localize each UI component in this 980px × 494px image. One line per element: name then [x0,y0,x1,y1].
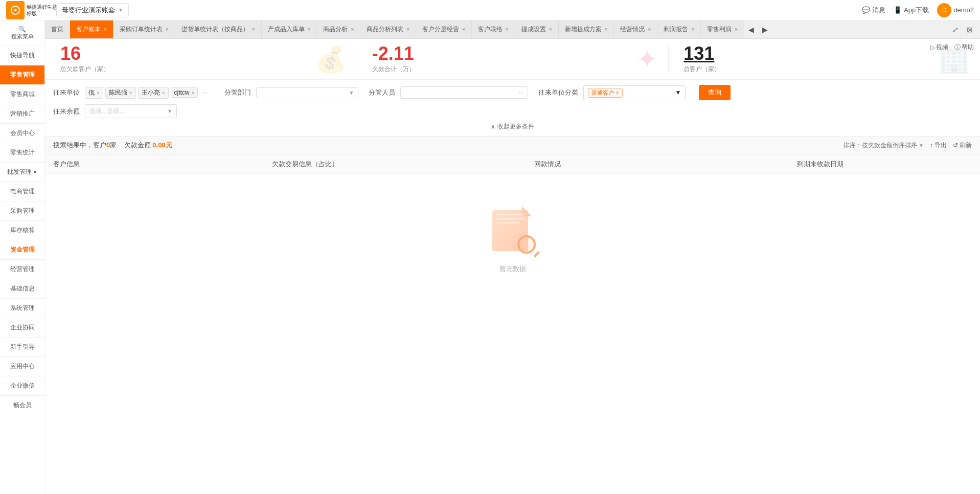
close-icon[interactable]: × [351,27,354,32]
stat-icon-debt: ✦ [636,44,658,74]
staff-input[interactable]: ··· [400,86,528,99]
tab-commission-settings[interactable]: 提成设置 × [515,20,559,39]
sidebar-item-retail-mall[interactable]: 零售商城 [0,85,44,104]
tab-add-commission[interactable]: 新增提成方案 × [559,20,614,39]
sidebar-item-marketing[interactable]: 营销推广 [0,104,44,124]
sidebar-item-purchase[interactable]: 采购管理 [0,201,44,221]
sidebar-item-basic-info[interactable]: 基础信息 [0,279,44,299]
tab-product-analysis[interactable]: 商品分析 × [317,20,360,39]
remain-label: 往来余额 [53,107,80,116]
tab-expand-btn[interactable]: ⤢ [949,24,962,36]
remove-tag-1[interactable]: × [129,90,132,96]
user-menu[interactable]: D demo2 [937,3,974,17]
tab-purchase-stats[interactable]: 采购订单统计表 × [113,20,175,39]
sidebar-item-wechat[interactable]: 企业微信 [0,376,44,396]
department-label: 分管部门 [224,88,251,97]
sidebar-quick-nav[interactable]: 快捷导航 [0,46,44,65]
tab-customer-contact[interactable]: 客户联络 × [472,20,515,39]
sidebar-item-retail-stats[interactable]: 零售统计 [0,143,44,163]
sidebar-item-ecommerce[interactable]: 电商管理 [0,182,44,201]
stat-label-debt-customers: 总欠款客户（家） [60,65,109,74]
search-btn[interactable]: 查询 [699,85,731,100]
sidebar-item-system[interactable]: 系统管理 [0,299,44,318]
close-icon[interactable]: × [104,27,107,32]
sidebar-item-operations[interactable]: 经营管理 [0,260,44,279]
sidebar-item-wholesale[interactable]: 批发管理 ▼ [0,163,44,182]
remain-select[interactable]: 选择... 选择... ▼ [85,104,177,118]
close-icon[interactable]: × [605,27,608,32]
close-icon[interactable]: × [308,27,311,32]
remove-tag-2[interactable]: × [162,90,165,96]
stats-row: ▷ 视频 ⓘ 帮助 💰 16 总欠款客户（家） ✦ [45,39,980,80]
refresh-btn[interactable]: ↺ 刷新 [953,141,972,150]
tab-next-btn[interactable]: ▶ [758,20,772,39]
app-download-btn[interactable]: 📱 App下载 [894,6,929,15]
chevron-up-icon: ∧ [491,123,495,130]
sidebar: 🔍 搜索菜单 快捷导航 零售管理 零售商城 营销推广 会员中心 零售统计 批发管… [0,20,45,494]
department-select[interactable]: ▼ [256,87,358,98]
filter-more-tags-btn[interactable]: ··· [200,88,209,97]
close-icon[interactable]: × [691,27,694,32]
tab-product-analysis-list[interactable]: 商品分析列表 × [360,20,416,39]
sort-label: 排序：按欠款金额倒序排序 ▼ [844,141,924,150]
close-icon[interactable]: × [549,27,552,32]
tab-customer-tier[interactable]: 客户分层经营 × [416,20,472,39]
phone-icon: 📱 [894,6,902,14]
tab-more-btn[interactable]: ◀ [744,20,758,39]
table-header: 客户信息 欠款交易信息（占比） 回款情况 到期未收款日期 [45,154,980,174]
close-icon[interactable]: × [462,27,465,32]
stat-block-debt-amount: ✦ -2.11 欠款合计（万） [357,39,669,79]
magnifier-icon [517,235,536,254]
unit-label: 往来单位 [53,88,80,97]
tab-operations[interactable]: 经营情况 × [614,20,657,39]
close-icon[interactable]: × [735,27,738,32]
close-icon[interactable]: × [506,27,509,32]
message-btn[interactable]: 💬 消息 [862,6,885,15]
sidebar-item-retail-management[interactable]: 零售管理 [0,65,44,85]
sidebar-item-app-center[interactable]: 应用中心 [0,357,44,376]
sort-arrow-icon: ▼ [919,143,924,148]
empty-text: 暂无数据 [499,264,526,274]
col-header-repay: 回款情况 [534,160,796,169]
filter-collapse-row: ∧ 收起更多条件 [53,122,972,131]
close-icon[interactable]: × [406,27,409,32]
col-header-customer: 客户信息 [53,160,272,169]
filter-area: 往来单位 佤 × 陈民强 × 王小亮 × [45,80,980,137]
sidebar-item-enterprise[interactable]: 企业协同 [0,318,44,338]
close-icon[interactable]: × [166,27,169,32]
category-select[interactable]: 普通客户 × ▼ [583,85,686,100]
top-bar: 畅捷通好生意 标版 母婴行业演示账套 ▼ 💬 消息 📱 App下载 D demo… [0,0,980,20]
filter-tag-0: 佤 × [85,87,103,99]
sidebar-item-member[interactable]: 畅会员 [0,396,44,415]
tab-finished-goods[interactable]: 产成品入库单 × [262,20,317,39]
tab-customer-ledger[interactable]: 客户账本 × [70,20,113,39]
top-bar-right: 💬 消息 📱 App下载 D demo2 [862,3,974,17]
sidebar-item-inventory[interactable]: 库存核算 [0,221,44,240]
col-header-date: 到期未收款日期 [797,160,972,169]
remove-category-tag[interactable]: × [616,89,619,96]
workspace-selector[interactable]: 母婴行业演示账套 ▼ [56,3,129,17]
result-bar-right: 排序：按欠款金额倒序排序 ▼ ↑ 导出 ↺ 刷新 [844,141,972,150]
search-icon: 🔍 [4,26,40,33]
tab-profit-report[interactable]: 利润报告 × [657,20,701,39]
sidebar-item-member-center[interactable]: 会员中心 [0,124,44,143]
tab-home[interactable]: 首页 [45,20,70,39]
remove-tag-3[interactable]: × [192,90,195,96]
export-btn[interactable]: ↑ 导出 [930,141,947,150]
close-icon[interactable]: × [648,27,651,32]
sidebar-item-finance[interactable]: 资金管理 [0,240,44,260]
tab-restore-btn[interactable]: ⊠ [964,24,976,36]
close-icon[interactable]: × [252,27,255,32]
tab-purchase-product-stats[interactable]: 进货单统计表（按商品） × [175,20,262,39]
remove-tag-0[interactable]: × [97,90,100,96]
tab-bar-actions: ⤢ ⊠ [949,24,980,36]
avatar: D [937,3,951,17]
sidebar-item-newbie[interactable]: 新手引导 [0,338,44,357]
logo-text: 畅捷通好生意 标版 [27,4,57,17]
sidebar-search[interactable]: 🔍 搜索菜单 [0,20,44,46]
col-header-debt: 欠款交易信息（占比） [272,160,534,169]
collapse-btn[interactable]: ∧ 收起更多条件 [491,122,534,131]
empty-state: 暂无数据 [45,174,980,304]
stat-number-debt-customers: 16 [60,44,81,63]
tab-retail-profit[interactable]: 零售利润 × [701,20,744,39]
